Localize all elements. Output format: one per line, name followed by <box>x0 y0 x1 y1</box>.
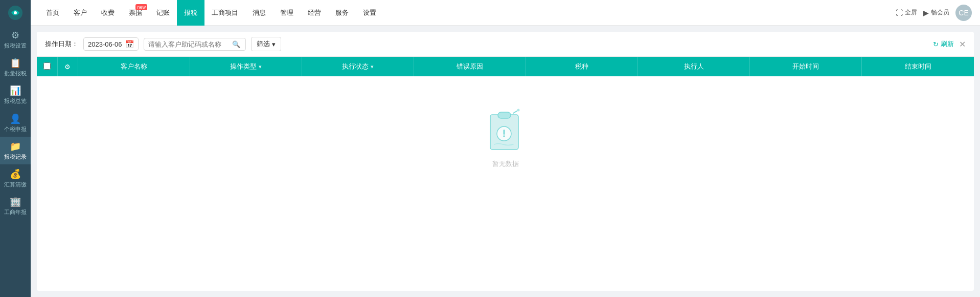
topnav-item-manage[interactable]: 管理 <box>273 0 301 26</box>
avatar[interactable]: CE <box>955 5 972 21</box>
select-all-checkbox[interactable] <box>43 62 51 70</box>
topnav-item-settings[interactable]: 设置 <box>356 0 383 26</box>
new-badge-invoice: new <box>135 4 147 11</box>
topnav-right: ⛶ 全屏 ▶ 畅会员 CE <box>896 5 972 21</box>
member-label: 畅会员 <box>931 8 949 17</box>
th-tax-type: 税种 <box>526 57 638 76</box>
topnav-item-billing[interactable]: 收费 <box>94 0 122 26</box>
topnav-items: 首页客户收费票据new记账报税工商项目消息管理经营服务设置 <box>39 0 896 26</box>
th-exec-status: 执行状态 ▾ <box>302 57 414 76</box>
date-picker[interactable]: 2023-06-06 📅 <box>83 37 139 51</box>
topnav-item-operations[interactable]: 经营 <box>301 0 328 26</box>
th-error-reason: 错误原因 <box>414 57 526 76</box>
toolbar: 操作日期： 2023-06-06 📅 🔍 筛选 ▾ ↻ 刷新 <box>37 32 974 57</box>
th-executor: 执行人 <box>638 57 750 76</box>
fullscreen-icon: ⛶ <box>896 9 903 17</box>
sidebar-item-batch-tax[interactable]: 📋 批量报税 <box>0 53 31 81</box>
sidebar-label-annual-report: 工商年报 <box>4 209 27 216</box>
chevron-down-icon: ▾ <box>272 40 276 48</box>
topnav-label-home: 首页 <box>46 8 59 17</box>
sidebar-label-tax-settings: 报税设置 <box>4 43 27 49</box>
topnav-item-tax[interactable]: 报税 <box>177 0 204 26</box>
topnav-items-list: 首页客户收费票据new记账报税工商项目消息管理经营服务设置 <box>39 0 383 26</box>
topnav-item-services[interactable]: 服务 <box>328 0 356 26</box>
topnav-label-billing: 收费 <box>101 8 115 17</box>
topnav-label-messages: 消息 <box>253 8 266 17</box>
svg-point-8 <box>517 109 519 112</box>
sidebar-item-personal-tax[interactable]: 👤 个税申报 <box>0 109 31 137</box>
topnav-label-business: 工商项目 <box>212 8 238 17</box>
topnav-label-client: 客户 <box>74 8 87 17</box>
sidebar-label-calc-pay: 汇算清缴 <box>4 181 27 188</box>
sidebar: ⚙ 报税设置 📋 批量报税 📊 报税总览 👤 个税申报 📁 报税记录 💰 汇算清… <box>0 0 31 297</box>
refresh-label: 刷新 <box>941 39 954 49</box>
sidebar-icon-annual-report: 🏢 <box>10 196 21 207</box>
svg-point-1 <box>14 11 17 14</box>
close-button[interactable]: ✕ <box>959 39 966 49</box>
empty-clipboard-icon <box>485 107 526 153</box>
sidebar-label-personal-tax: 个税申报 <box>4 126 27 133</box>
th-end-time: 结束时间 <box>862 57 974 76</box>
topnav-item-business[interactable]: 工商项目 <box>204 0 245 26</box>
sidebar-icon-tax-records: 📁 <box>10 141 21 152</box>
empty-text: 暂无数据 <box>492 159 519 168</box>
search-input[interactable] <box>148 40 230 48</box>
sidebar-icon-batch-tax: 📋 <box>10 57 21 69</box>
table-container: ⚙ 客户名称 操作类型 ▾ 执行状态 ▾ 错误原因 税种 执行人 开始时间 结束… <box>37 57 974 291</box>
close-icon: ✕ <box>959 40 966 49</box>
topnav-label-accounts: 记账 <box>156 8 170 17</box>
topnav-item-accounts[interactable]: 记账 <box>149 0 177 26</box>
topnav-item-client[interactable]: 客户 <box>66 0 94 26</box>
sidebar-label-batch-tax: 批量报税 <box>4 70 27 77</box>
table-header-row: ⚙ 客户名称 操作类型 ▾ 执行状态 ▾ 错误原因 税种 执行人 开始时间 结束… <box>37 57 974 76</box>
op-type-filter-icon[interactable]: ▾ <box>259 63 262 70</box>
refresh-button[interactable]: ↻ 刷新 <box>933 39 954 49</box>
sidebar-item-tax-settings[interactable]: ⚙ 报税设置 <box>0 26 31 53</box>
refresh-icon: ↻ <box>933 40 939 48</box>
exec-status-filter-icon[interactable]: ▾ <box>371 63 374 70</box>
data-table: ⚙ 客户名称 操作类型 ▾ 执行状态 ▾ 错误原因 税种 执行人 开始时间 结束… <box>37 57 974 76</box>
sidebar-label-tax-records: 报税记录 <box>4 154 27 160</box>
sidebar-icon-calc-pay: 💰 <box>10 168 21 180</box>
play-icon: ▶ <box>923 9 929 17</box>
sidebar-label-tax-summary: 报税总览 <box>4 98 27 104</box>
sidebar-item-calc-pay[interactable]: 💰 汇算清缴 <box>0 164 31 192</box>
topnav-item-messages[interactable]: 消息 <box>245 0 273 26</box>
date-label: 操作日期： <box>45 39 78 49</box>
topnav-label-tax: 报税 <box>184 8 197 17</box>
sidebar-icon-tax-summary: 📊 <box>10 85 21 96</box>
th-checkbox <box>37 57 57 76</box>
filter-button[interactable]: 筛选 ▾ <box>251 37 281 51</box>
main-area: 首页客户收费票据new记账报税工商项目消息管理经营服务设置 ⛶ 全屏 ▶ 畅会员… <box>31 0 980 297</box>
svg-rect-5 <box>503 130 505 135</box>
svg-rect-3 <box>498 112 511 118</box>
sidebar-icon-tax-settings: ⚙ <box>11 30 19 41</box>
fullscreen-btn[interactable]: ⛶ 全屏 <box>896 8 917 17</box>
topnav-item-home[interactable]: 首页 <box>39 0 66 26</box>
sidebar-items: ⚙ 报税设置 📋 批量报税 📊 报税总览 👤 个税申报 📁 报税记录 💰 汇算清… <box>0 26 31 220</box>
topnav: 首页客户收费票据new记账报税工商项目消息管理经营服务设置 ⛶ 全屏 ▶ 畅会员… <box>31 0 980 26</box>
empty-state: 暂无数据 <box>37 76 974 199</box>
topnav-label-services: 服务 <box>335 8 349 17</box>
filter-label: 筛选 <box>257 39 270 49</box>
svg-point-6 <box>503 135 505 137</box>
topnav-item-invoice[interactable]: 票据new <box>122 0 149 26</box>
th-op-type: 操作类型 ▾ <box>190 57 302 76</box>
sidebar-item-tax-summary[interactable]: 📊 报税总览 <box>0 81 31 109</box>
member-btn[interactable]: ▶ 畅会员 <box>923 8 949 17</box>
sidebar-item-annual-report[interactable]: 🏢 工商年报 <box>0 192 31 220</box>
calendar-icon: 📅 <box>125 40 134 48</box>
avatar-text: CE <box>959 9 968 17</box>
search-icon: 🔍 <box>232 40 240 48</box>
date-value: 2023-06-06 <box>88 40 122 48</box>
th-gear[interactable]: ⚙ <box>57 57 78 76</box>
search-box[interactable]: 🔍 <box>144 38 246 51</box>
topnav-label-settings: 设置 <box>363 8 376 17</box>
main-panel: 操作日期： 2023-06-06 📅 🔍 筛选 ▾ ↻ 刷新 <box>37 32 974 291</box>
content-area: 操作日期： 2023-06-06 📅 🔍 筛选 ▾ ↻ 刷新 <box>31 26 980 297</box>
sidebar-item-tax-records[interactable]: 📁 报税记录 <box>0 137 31 164</box>
sidebar-logo <box>0 0 31 26</box>
th-client-name: 客户名称 <box>78 57 190 76</box>
topnav-label-manage: 管理 <box>280 8 293 17</box>
th-start-time: 开始时间 <box>750 57 862 76</box>
